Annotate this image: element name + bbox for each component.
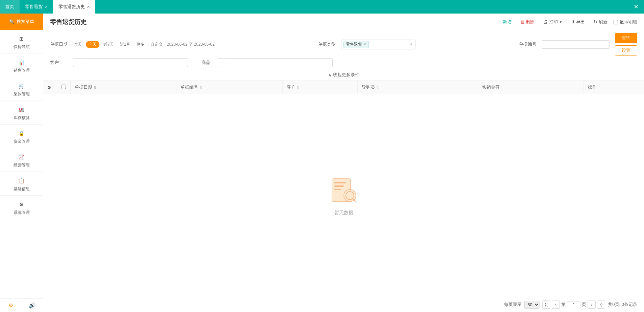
content-area: 零售退货历史 + 新增 🗑 删除 🖨 打印 ▼ ⬆ 导出 (43, 14, 644, 312)
sidebar-item-operations[interactable]: 📈 经营管理 (0, 148, 43, 172)
bill-type-filter[interactable]: 零售退货 ✕ ▼ (341, 40, 415, 49)
tab-list: 首页 零售退货 ✕ 零售退货历史 ✕ (0, 0, 628, 14)
settings-bottom-button[interactable]: ⚙ (0, 299, 22, 312)
last-page-button[interactable]: ⟩⟩ (597, 300, 605, 309)
empty-state-icon (327, 175, 361, 206)
customer-ellipsis: ... (78, 60, 82, 66)
sort-icon-customer[interactable]: ⇅ (297, 86, 300, 89)
finance-icon: 🔒 (18, 129, 26, 137)
date-opt-more[interactable]: 更多 (134, 41, 146, 48)
page-number-input[interactable] (567, 301, 580, 308)
query-button[interactable]: 查询 (615, 33, 637, 43)
system-mgmt-icon: ⚙ (18, 200, 26, 208)
page-size-select[interactable]: 50 (524, 301, 540, 309)
sidebar-item-inventory[interactable]: 🏭 库存核算 (0, 101, 43, 125)
date-range-display: 2023-06-02 至 2023-06-02 (167, 42, 214, 47)
total-info: 共0页, 0条记录 (608, 302, 637, 308)
date-opt-today[interactable]: 今天 (86, 41, 99, 48)
bill-no-input[interactable] (542, 40, 610, 49)
settings-filter-button[interactable]: 设置 (615, 45, 637, 55)
sidebar-item-system-mgmt[interactable]: ⚙ 系统管理 (0, 196, 43, 219)
date-opt-custom[interactable]: 自定义 (148, 41, 165, 48)
bill-type-remove-icon[interactable]: ✕ (363, 42, 366, 47)
pagination: 每页显示 50 ⟨⟨ ‹ 第 页 › ⟩⟩ 共0页, 0条记录 (43, 297, 644, 312)
tab-retail-return-history[interactable]: 零售退货历史 ✕ (53, 0, 95, 14)
base-info-icon: 📋 (18, 177, 26, 185)
settings-icon: ⚙ (8, 302, 13, 309)
refresh-button[interactable]: ↻ 刷新 (591, 18, 610, 26)
quick-nav-icon: ⊞ (18, 35, 26, 43)
sidebar-item-base-info[interactable]: 📋 基础信息 (0, 172, 43, 196)
table-header-row: ⚙ 单据日期 ⇅ 单据编号 (43, 81, 644, 94)
sidebar-item-sales-mgmt[interactable]: 📊 销售管理 (0, 53, 43, 77)
th-actual-amount: 实销金额 ⇅ (478, 81, 584, 94)
sales-icon: 📊 (18, 58, 26, 66)
th-spacer (448, 81, 478, 94)
th-settings: ⚙ (43, 81, 57, 94)
settings-icon[interactable]: ⚙ (47, 85, 51, 90)
next-page-button[interactable]: › (588, 300, 596, 309)
page-title-bar: 零售退货历史 + 新增 🗑 删除 🖨 打印 ▼ ⬆ 导出 (50, 18, 637, 26)
filter-area: 单据日期 昨天 今天 近7天 近1月 更多 自定义 2023-06-02 至 2… (50, 30, 637, 81)
sidebar-menu: ⊞ 快捷导航 📊 销售管理 🛒 采购管理 🏭 库存核算 🔒 资金管理 📈 (0, 30, 43, 298)
purchase-icon: 🛒 (18, 82, 26, 90)
date-opt-last7[interactable]: 近7天 (101, 41, 116, 48)
first-page-button[interactable]: ⟨⟨ (542, 300, 550, 309)
window-close-button[interactable]: ✕ (628, 0, 644, 14)
page-unit: 页 (582, 302, 586, 308)
customer-filter[interactable]: ... (73, 58, 188, 67)
svg-rect-1 (334, 182, 346, 183)
tab-retail-return[interactable]: 零售退货 ✕ (20, 0, 53, 14)
th-bill-no: 单据编号 ⇅ (176, 81, 283, 94)
operations-icon: 📈 (18, 153, 26, 161)
chevron-up-icon: ∧ (328, 72, 332, 77)
sidebar: 🔍 搜索菜单 ⊞ 快捷导航 📊 销售管理 🛒 采购管理 🏭 库存核算 🔒 (0, 14, 43, 312)
delete-button[interactable]: 🗑 删除 (518, 18, 538, 26)
collapse-button[interactable]: ∧ 收起更多条件 (50, 70, 637, 81)
bill-type-label: 单据类型 (318, 41, 338, 47)
chevron-down-icon: ▼ (559, 20, 563, 24)
sort-icon-guide[interactable]: ⇅ (376, 86, 379, 89)
sidebar-item-purchase-mgmt[interactable]: 🛒 采购管理 (0, 77, 43, 101)
data-table: ⚙ 单据日期 ⇅ 单据编号 (43, 81, 644, 94)
sidebar-item-finance[interactable]: 🔒 资金管理 (0, 125, 43, 148)
th-bill-date: 单据日期 ⇅ (70, 81, 176, 94)
date-opt-last1m[interactable]: 近1月 (118, 41, 133, 48)
sidebar-item-quick-nav[interactable]: ⊞ 快捷导航 (0, 30, 43, 53)
audio-bottom-button[interactable]: 🔊 (22, 299, 43, 312)
date-filter-label: 单据日期 (50, 41, 70, 47)
svg-rect-2 (334, 185, 344, 187)
select-all-checkbox[interactable] (62, 85, 66, 89)
new-button[interactable]: + 新增 (496, 18, 514, 26)
empty-state: 暂无数据 (43, 94, 644, 297)
sidebar-search-button[interactable]: 🔍 搜索菜单 (0, 14, 43, 30)
prev-page-button[interactable]: ‹ (552, 300, 560, 309)
sort-icon-actual-amount[interactable]: ⇅ (501, 86, 504, 89)
date-opt-yesterday[interactable]: 昨天 (72, 41, 84, 48)
toolbar: + 新增 🗑 删除 🖨 打印 ▼ ⬆ 导出 ↻ 刷新 (496, 18, 637, 26)
goods-label: 商品 (201, 60, 215, 66)
page-label: 第 (561, 302, 566, 308)
page-nav: ⟨⟨ ‹ 第 页 › ⟩⟩ (542, 300, 605, 309)
sidebar-bottom: ⚙ 🔊 (0, 298, 43, 312)
display-detail-toggle[interactable]: 显示明细 (614, 19, 637, 25)
filter-row-date: 单据日期 昨天 今天 近7天 近1月 更多 自定义 2023-06-02 至 2… (50, 33, 637, 55)
th-checkbox (57, 81, 70, 94)
print-button[interactable]: 🖨 打印 ▼ (541, 18, 565, 26)
search-icon: 🔍 (9, 19, 15, 24)
sort-icon-bill-date[interactable]: ⇅ (94, 86, 96, 89)
sort-icon-bill-no[interactable]: ⇅ (199, 86, 202, 89)
main-layout: 🔍 搜索菜单 ⊞ 快捷导航 📊 销售管理 🛒 采购管理 🏭 库存核算 🔒 (0, 14, 644, 312)
bill-type-dropdown-icon[interactable]: ▼ (409, 42, 413, 46)
tab-close-icon[interactable]: ✕ (87, 5, 90, 9)
tab-close-icon[interactable]: ✕ (45, 5, 48, 9)
empty-text: 暂无数据 (334, 210, 353, 216)
date-options: 昨天 今天 近7天 近1月 更多 自定义 (72, 41, 165, 48)
tab-home[interactable]: 首页 (0, 0, 20, 14)
svg-rect-3 (334, 189, 341, 190)
display-detail-checkbox[interactable] (614, 20, 618, 24)
bill-type-tag: 零售退货 ✕ (343, 41, 369, 48)
goods-filter[interactable]: ... (218, 58, 333, 67)
export-button[interactable]: ⬆ 导出 (569, 18, 588, 26)
page-title: 零售退货历史 (50, 18, 87, 26)
